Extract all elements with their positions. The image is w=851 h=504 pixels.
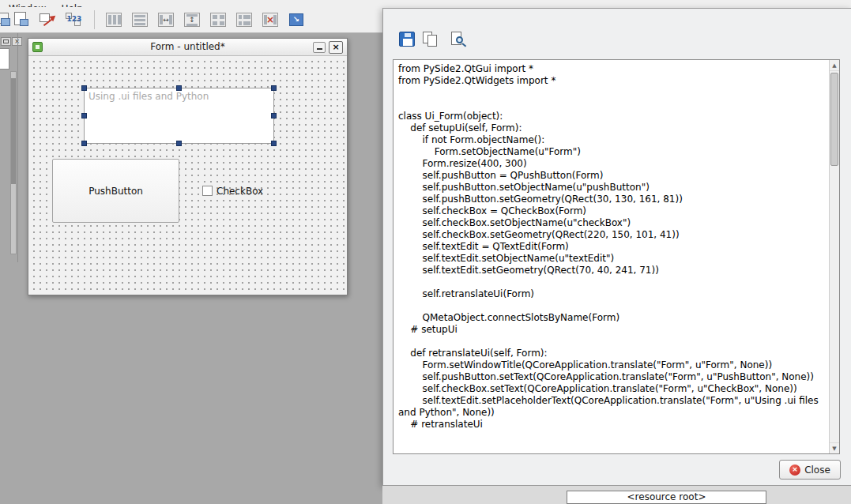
form-window-titlebar[interactable]: Form - untitled* × (28, 39, 347, 56)
splitter-arrow-glyph: ↕ (185, 16, 199, 24)
toolbar-separator (94, 10, 95, 29)
tab-order-digits: 123 (66, 15, 83, 23)
checkbox-widget[interactable]: CheckBox (202, 175, 282, 207)
code-line: Form.resize(400, 300) (398, 158, 834, 170)
code-line (398, 336, 834, 348)
edit-signals-slots-icon[interactable] (37, 9, 58, 30)
selection-handle[interactable] (176, 141, 182, 146)
bottom-dock: <resource root> (382, 486, 851, 504)
minimize-button[interactable] (313, 42, 326, 53)
code-line: self.checkBox = QCheckBox(Form) (398, 205, 834, 217)
code-line: self.pushButton = QPushButton(Form) (398, 170, 834, 182)
break-layout-icon[interactable]: × (260, 9, 281, 30)
code-line: from PySide2.QtGui import * (398, 63, 834, 75)
code-line: self.textEdit.setPlaceholderText(QCoreAp… (398, 395, 834, 407)
code-line: Form.setWindowTitle(QCoreApplication.tra… (398, 359, 834, 371)
code-line: if not Form.objectName(): (398, 134, 834, 146)
scrollbar-thumb[interactable] (830, 73, 838, 166)
code-line: self.textEdit.setGeometry(QRect(70, 40, … (398, 265, 834, 276)
close-button-icon: × (789, 465, 800, 476)
checkbox-label: CheckBox (217, 186, 263, 197)
code-line (398, 99, 834, 111)
dock-border-line (17, 33, 18, 262)
code-preview-dialog: ▲ ▼ from PySide2.QtGui import *from PySi… (382, 8, 851, 486)
form-window-icon (32, 42, 43, 52)
code-text-area[interactable]: ▲ ▼ from PySide2.QtGui import *from PySi… (393, 59, 840, 454)
form-editor-window: Form - untitled* × Using .ui files and P… (28, 38, 348, 295)
resource-root-item[interactable]: <resource root> (567, 491, 766, 504)
code-line: self.checkBox.setGeometry(QRect(220, 150… (398, 229, 834, 241)
adjust-size-arrow-glyph: ↘ (289, 13, 303, 26)
layout-form-icon[interactable] (234, 9, 254, 30)
scroll-up-button[interactable]: ▲ (830, 60, 839, 71)
splitter-arrow-glyph: ↔ (159, 16, 173, 24)
textedit-widget[interactable]: Using .ui files and Python (84, 88, 274, 144)
dock-float-button[interactable] (1, 37, 11, 46)
selection-handle[interactable] (271, 141, 277, 146)
selection-handle[interactable] (81, 141, 87, 146)
form-canvas[interactable]: Using .ui files and Python PushButton Ch… (28, 56, 347, 295)
code-line: from PySide2.QtWidgets import * (398, 75, 834, 87)
layout-vertical-icon[interactable] (130, 9, 150, 30)
code-line: self.retranslateUi(Form) (398, 288, 834, 300)
layout-grid-icon[interactable] (208, 9, 228, 30)
find-icon[interactable] (449, 30, 468, 49)
selection-handle[interactable] (271, 85, 277, 91)
code-line: QMetaObject.connectSlotsByName(Form) (398, 312, 834, 324)
edit-tab-order-icon[interactable]: 123 (63, 9, 84, 30)
code-line: # setupUi (398, 324, 834, 336)
code-line (398, 276, 834, 288)
code-line: class Ui_Form(object): (398, 111, 834, 122)
menubar: Window Help (0, 0, 851, 7)
code-line: and Python", None)) (398, 407, 834, 419)
checkbox-indicator (202, 186, 213, 196)
code-line: # retranslateUi (398, 419, 834, 431)
dock-panel-fragment (0, 48, 9, 70)
selection-handle[interactable] (81, 113, 87, 118)
close-window-button[interactable]: × (329, 41, 343, 54)
menu-help[interactable]: Help (55, 1, 88, 7)
screen: Window Help 123 ↔ ↕ × ↘ × Form - untitle… (0, 0, 851, 504)
scroll-down-button[interactable]: ▼ (830, 442, 839, 453)
layout-horizontal-icon[interactable] (104, 9, 124, 30)
edit-widgets-icon[interactable] (11, 9, 32, 30)
minimize-icon (317, 48, 322, 50)
code-line: self.pushButton.setGeometry(QRect(30, 13… (398, 194, 834, 205)
dock-scrollbar-thumb[interactable] (11, 78, 16, 184)
menu-window[interactable]: Window (3, 1, 51, 7)
selection-handle[interactable] (81, 85, 87, 91)
code-line: self.pushButton.setText(QCoreApplication… (398, 371, 834, 383)
code-line: self.pushButton.setObjectName(u"pushButt… (398, 182, 834, 194)
code-line (398, 87, 834, 99)
code-line: self.textEdit.setObjectName(u"textEdit") (398, 253, 834, 265)
layout-splitter-horizontal-icon[interactable]: ↔ (156, 9, 176, 30)
break-layout-x-glyph: × (263, 14, 277, 25)
code-line: Form.setObjectName(u"Form") (398, 146, 834, 158)
adjust-size-icon[interactable]: ↘ (286, 9, 307, 30)
textedit-placeholder: Using .ui files and Python (88, 91, 209, 102)
code-line: self.checkBox.setObjectName(u"checkBox") (398, 217, 834, 229)
close-button[interactable]: × Close (779, 460, 841, 480)
form-window-title: Form - untitled* (28, 39, 347, 55)
code-line (398, 300, 834, 312)
pushbutton-widget[interactable]: PushButton (52, 159, 179, 223)
code-line: def retranslateUi(self, Form): (398, 348, 834, 359)
code-scrollbar[interactable]: ▲ ▼ (829, 60, 839, 453)
close-button-label: Close (804, 465, 830, 476)
selection-handle[interactable] (176, 85, 182, 91)
code-line: self.textEdit = QTextEdit(Form) (398, 241, 834, 253)
save-icon[interactable] (398, 30, 417, 49)
layout-splitter-vertical-icon[interactable]: ↕ (182, 9, 202, 30)
selection-handle[interactable] (271, 113, 277, 118)
float-icon (3, 39, 9, 43)
code-line: self.checkBox.setText(QCoreApplication.t… (398, 383, 834, 395)
copy-icon[interactable] (421, 30, 440, 49)
code-line: def setupUi(self, Form): (398, 122, 834, 134)
